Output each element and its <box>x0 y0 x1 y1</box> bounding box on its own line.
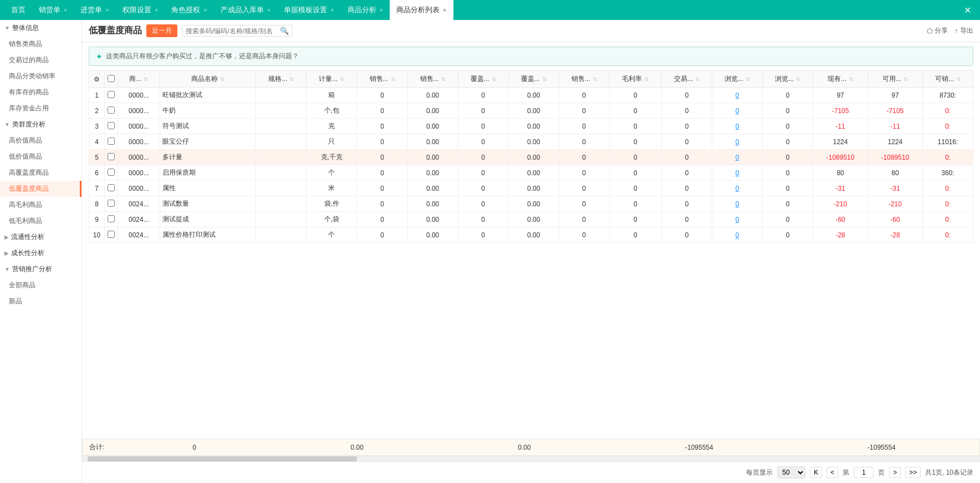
nav-role-auth[interactable]: 角色授权 × <box>165 0 213 20</box>
col-header-current[interactable]: 现有...⇅ <box>813 71 868 88</box>
sidebar-section-liquidity[interactable]: ▶ 流通性分析 <box>0 229 81 245</box>
col-header-gross[interactable]: 毛利率⇅ <box>609 71 661 88</box>
nav-close-template[interactable]: × <box>330 7 334 13</box>
row-browse1[interactable]: 0 <box>712 196 763 212</box>
row-checkbox[interactable] <box>108 200 115 207</box>
sidebar-item-inventory-capital[interactable]: 库存资金占用 <box>0 100 81 116</box>
date-filter-button[interactable]: 近一月 <box>146 24 177 37</box>
col-header-sales-amt[interactable]: 销售...⇅ <box>407 71 458 88</box>
col-header-sales3[interactable]: 销售...⇅ <box>559 71 609 88</box>
row-checkbox-cell[interactable] <box>105 88 118 103</box>
sidebar-item-low-coverage[interactable]: 低覆盖度商品 <box>0 181 81 197</box>
row-checkbox-cell[interactable] <box>105 103 118 119</box>
nav-analysis-list[interactable]: 商品分析列表 × <box>390 0 453 20</box>
col-header-trans[interactable]: 交易...⇅ <box>662 71 712 88</box>
search-icon[interactable]: 🔍 <box>280 27 289 35</box>
nav-sales-order[interactable]: 销货单 × <box>32 0 74 20</box>
col-header-name[interactable]: 商品名称⇅ <box>160 71 256 88</box>
last-page-button[interactable]: >> <box>905 467 921 478</box>
sidebar-item-category-rate[interactable]: 商品分类动销率 <box>0 68 81 84</box>
share-button[interactable]: ⬡ 分享 <box>927 26 948 35</box>
row-browse1[interactable]: 0 <box>712 103 763 119</box>
next-page-button[interactable]: > <box>889 467 901 478</box>
sidebar-item-high-coverage[interactable]: 高覆盖度商品 <box>0 165 81 181</box>
export-button[interactable]: ↑ 导出 <box>955 26 973 35</box>
sidebar-section-overall[interactable]: ▼ 整体信息 <box>0 20 81 36</box>
col-header-saleable[interactable]: 可销...⇅ <box>922 71 973 88</box>
sidebar-item-sales-goods[interactable]: 销售类商品 <box>0 36 81 52</box>
sidebar-item-all-goods[interactable]: 全部商品 <box>0 277 81 293</box>
sidebar-section-cluster[interactable]: ▼ 类群度分析 <box>0 116 81 133</box>
page-number-input[interactable] <box>854 467 874 478</box>
nav-permissions[interactable]: 权限设置 × <box>116 0 165 20</box>
row-browse1[interactable]: 0 <box>712 119 763 134</box>
row-checkbox[interactable] <box>108 231 115 238</box>
row-checkbox-cell[interactable] <box>105 181 118 196</box>
row-browse1[interactable]: 0 <box>712 88 763 103</box>
col-header-sales-qty[interactable]: 销售...⇅ <box>357 71 407 88</box>
nav-close-role[interactable]: × <box>203 7 207 13</box>
row-checkbox-cell[interactable] <box>105 119 118 134</box>
sidebar-item-high-value[interactable]: 高价值商品 <box>0 133 81 149</box>
row-saleable: 360: <box>922 165 973 181</box>
row-browse1[interactable]: 0 <box>712 212 763 227</box>
row-checkbox[interactable] <box>108 215 115 222</box>
sidebar-item-new-goods[interactable]: 新品 <box>0 293 81 309</box>
row-checkbox[interactable] <box>108 169 115 176</box>
page-size-select[interactable]: 50 100 200 <box>777 466 805 479</box>
row-checkbox[interactable] <box>108 91 115 98</box>
nav-purchase[interactable]: 进货单 × <box>74 0 115 20</box>
col-header-browse2[interactable]: 浏览...⇅ <box>763 71 813 88</box>
col-header-cov1[interactable]: 覆盖...⇅ <box>458 71 508 88</box>
first-page-button[interactable]: K <box>810 467 822 478</box>
row-checkbox[interactable] <box>108 106 115 114</box>
row-checkbox-cell[interactable] <box>105 134 118 150</box>
row-checkbox[interactable] <box>108 138 115 145</box>
sidebar-item-high-margin[interactable]: 高毛利商品 <box>0 197 81 213</box>
row-browse1[interactable]: 0 <box>712 134 763 150</box>
nav-close-analysis-list[interactable]: × <box>443 7 446 13</box>
row-checkbox[interactable] <box>108 122 115 129</box>
row-browse1[interactable]: 0 <box>712 150 763 165</box>
row-checkbox-cell[interactable] <box>105 227 118 243</box>
row-sales3: 0 <box>559 196 609 212</box>
sidebar-item-traded-goods[interactable]: 交易过的商品 <box>0 52 81 68</box>
nav-close-purchase[interactable]: × <box>105 7 109 13</box>
nav-close-analysis[interactable]: × <box>380 7 383 13</box>
window-close-button[interactable]: ✕ <box>959 5 976 16</box>
col-header-checkbox[interactable] <box>105 71 118 88</box>
col-header-settings[interactable]: ⚙ <box>89 71 105 88</box>
col-header-unit[interactable]: 计量...⇅ <box>307 71 357 88</box>
sidebar-section-growth[interactable]: ▶ 成长性分析 <box>0 245 81 261</box>
sidebar-item-low-value[interactable]: 低价值商品 <box>0 149 81 165</box>
search-input[interactable] <box>186 27 280 35</box>
col-header-spec[interactable]: 规格...⇅ <box>256 71 307 88</box>
row-browse1[interactable]: 0 <box>712 165 763 181</box>
row-checkbox[interactable] <box>108 153 115 160</box>
row-browse1[interactable]: 0 <box>712 227 763 243</box>
col-header-code[interactable]: 商...⇅ <box>118 71 160 88</box>
nav-close-permissions[interactable]: × <box>155 7 158 13</box>
row-checkbox-cell[interactable] <box>105 150 118 165</box>
col-header-available[interactable]: 可用...⇅ <box>868 71 923 88</box>
col-header-browse1[interactable]: 浏览...⇅ <box>712 71 763 88</box>
nav-close-sales[interactable]: × <box>64 7 67 13</box>
prev-page-button[interactable]: < <box>826 467 838 478</box>
sidebar-item-low-margin[interactable]: 低毛利商品 <box>0 213 81 229</box>
col-header-cov2[interactable]: 覆盖...⇅ <box>508 71 559 88</box>
select-all-checkbox[interactable] <box>108 75 115 82</box>
nav-finished-goods[interactable]: 产成品入库单 × <box>214 0 277 20</box>
row-checkbox[interactable] <box>108 184 115 191</box>
sidebar-item-in-stock[interactable]: 有库存的商品 <box>0 84 81 100</box>
row-sales-amount: 0.00 <box>407 119 458 134</box>
nav-home[interactable]: 首页 <box>4 0 32 20</box>
row-unit: 米 <box>307 181 357 196</box>
nav-template-settings[interactable]: 单据模板设置 × <box>277 0 340 20</box>
row-checkbox-cell[interactable] <box>105 196 118 212</box>
nav-product-analysis[interactable]: 商品分析 × <box>341 0 390 20</box>
nav-close-finished[interactable]: × <box>267 7 270 13</box>
sidebar-section-marketing[interactable]: ▼ 营销推广分析 <box>0 261 81 277</box>
row-checkbox-cell[interactable] <box>105 212 118 227</box>
row-checkbox-cell[interactable] <box>105 165 118 181</box>
row-browse1[interactable]: 0 <box>712 181 763 196</box>
